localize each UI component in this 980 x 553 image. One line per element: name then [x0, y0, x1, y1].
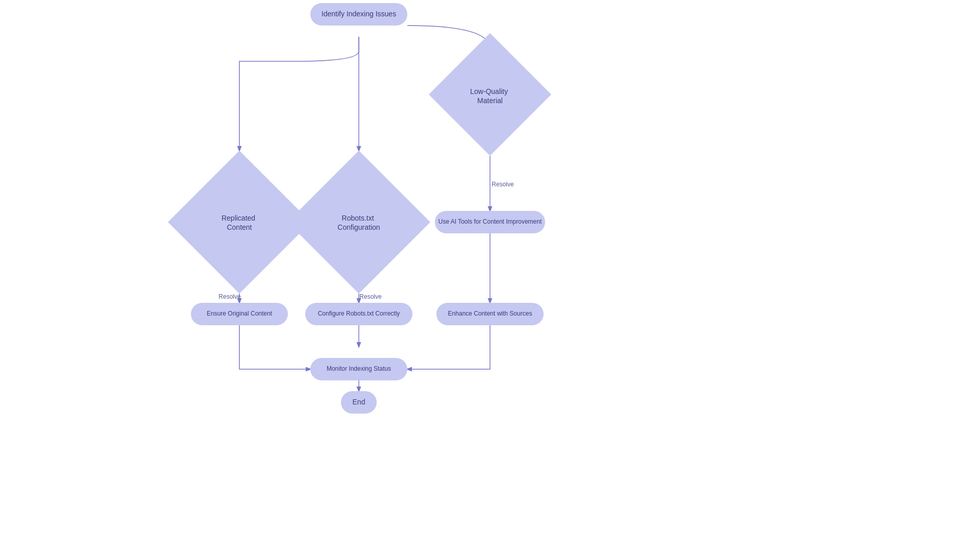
identify-node: Identify Indexing Issues	[310, 3, 407, 26]
configure-robots-node: Configure Robots.txt Correctly	[305, 303, 412, 325]
monitor-node: Monitor Indexing Status	[310, 358, 407, 380]
ai-tools-node: Use AI Tools for Content Improvement	[435, 211, 545, 233]
monitor-label: Monitor Indexing Status	[327, 365, 391, 372]
configure-robots-label: Configure Robots.txt Correctly	[318, 310, 400, 317]
ai-tools-label: Use AI Tools for Content Improvement	[438, 218, 542, 225]
identify-label: Identify Indexing Issues	[322, 10, 396, 18]
enhance-content-label: Enhance Content with Sources	[448, 310, 532, 317]
resolve-label-left: Resolve	[218, 293, 241, 300]
end-label: End	[353, 398, 365, 406]
enhance-content-node: Enhance Content with Sources	[436, 303, 544, 325]
robots-node: Robots.txt Configuration	[287, 151, 430, 294]
ensure-original-label: Ensure Original Content	[207, 310, 273, 317]
flowchart: Resolve Resolve Resolve Identify Indexin…	[0, 0, 980, 553]
ensure-original-node: Ensure Original Content	[191, 303, 288, 325]
svg-marker-4	[287, 151, 430, 294]
resolve-label-right: Resolve	[492, 181, 514, 188]
end-node: End	[341, 391, 377, 414]
resolve-label-center: Resolve	[359, 293, 382, 300]
low-quality-node: Low-Quality Material	[429, 33, 551, 156]
